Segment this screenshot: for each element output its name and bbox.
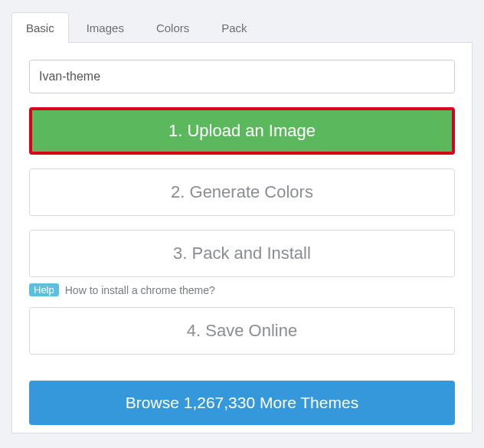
basic-panel: 1. Upload an Image 2. Generate Colors 3.…: [11, 43, 473, 433]
browse-themes-button[interactable]: Browse 1,267,330 More Themes: [29, 381, 455, 425]
help-badge[interactable]: Help: [29, 283, 59, 296]
pack-install-button[interactable]: 3. Pack and Install: [29, 230, 455, 277]
theme-name-input[interactable]: [29, 60, 455, 93]
tab-colors[interactable]: Colors: [142, 12, 204, 43]
upload-image-button[interactable]: 1. Upload an Image: [29, 107, 455, 155]
help-row: Help How to install a chrome theme?: [29, 283, 455, 296]
save-online-button[interactable]: 4. Save Online: [29, 307, 455, 355]
tabs: Basic Images Colors Pack: [11, 11, 473, 43]
help-text[interactable]: How to install a chrome theme?: [65, 284, 215, 296]
tab-images[interactable]: Images: [72, 12, 139, 43]
generate-colors-button[interactable]: 2. Generate Colors: [29, 168, 455, 216]
tab-pack[interactable]: Pack: [207, 12, 261, 43]
tab-basic[interactable]: Basic: [11, 12, 69, 43]
